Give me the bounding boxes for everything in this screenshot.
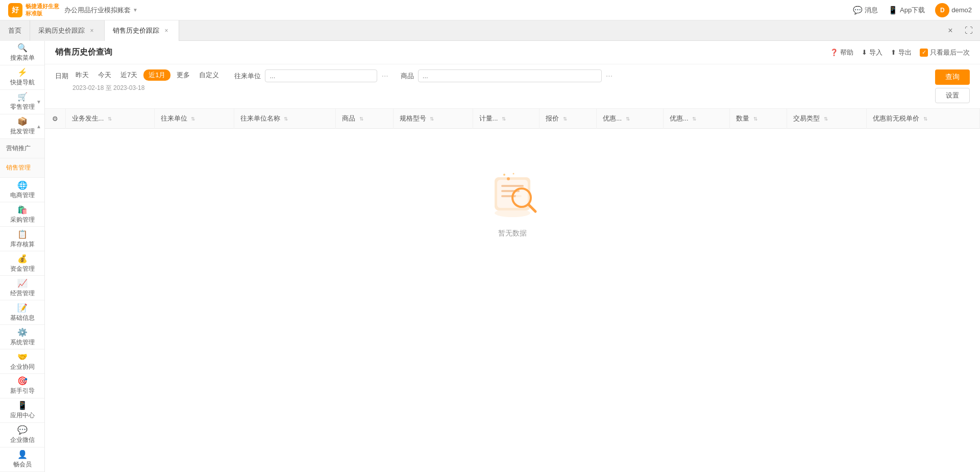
logo-text: 畅捷通好生意 标准版 <box>26 3 59 16</box>
goods-input[interactable] <box>418 69 602 82</box>
export-icon: ⬆ <box>891 49 896 56</box>
col-trade-type[interactable]: 交易类型 ⇅ <box>787 109 867 129</box>
sidebar: 🔍 搜索菜单 ⚡ 快捷导航 🛒 零售管理 ▼ 📦 批发管理 ▲ 营销推广 销售管… <box>0 41 45 472</box>
operations-icon: 📈 <box>17 278 28 288</box>
sidebar-item-retail[interactable]: 🛒 零售管理 ▼ <box>0 90 44 114</box>
sort-icon: ⇅ <box>923 116 927 122</box>
date-option-today[interactable]: 今天 <box>95 69 114 81</box>
page-container: 销售历史价查询 ❓ 帮助 ⬇ 导入 ⬆ 导出 ✓ <box>45 41 980 472</box>
date-option-yesterday[interactable]: 昨天 <box>72 69 92 81</box>
import-button[interactable]: ⬇ 导入 <box>862 48 883 57</box>
col-pre-tax-price[interactable]: 优惠前无税单价 ⇅ <box>867 109 980 129</box>
col-quote[interactable]: 报价 ⇅ <box>540 109 597 129</box>
goods-expand-icon[interactable]: ··· <box>606 72 612 81</box>
workspace-name: 办公用品行业模拟账套 <box>64 6 131 15</box>
settings-button[interactable]: 设置 <box>935 88 970 103</box>
sidebar-item-app-center[interactable]: 📱 应用中心 <box>0 398 44 423</box>
sidebar-item-ecommerce[interactable]: 🌐 电商管理 <box>0 178 44 202</box>
date-options: 昨天 今天 近7天 近1月 更多 自定义 <box>72 69 222 81</box>
col-quote-label: 报价 <box>546 114 559 122</box>
content-area: 销售历史价查询 ❓ 帮助 ⬇ 导入 ⬆ 导出 ✓ <box>45 41 980 472</box>
message-icon: 💬 <box>853 6 863 15</box>
help-icon: ❓ <box>830 49 838 56</box>
close-all-tabs-button[interactable]: × <box>943 23 958 38</box>
sidebar-item-wholesale[interactable]: 📦 批发管理 ▲ <box>0 114 44 139</box>
retail-icon: 🛒 <box>17 92 28 102</box>
col-spec-label: 规格型号 <box>400 114 426 122</box>
export-button[interactable]: ⬆ 导出 <box>891 48 912 57</box>
tab-purchase-history-label: 采购历史价跟踪 <box>38 26 85 35</box>
sidebar-item-search[interactable]: 🔍 搜索菜单 <box>0 41 44 65</box>
date-options-container: 昨天 今天 近7天 近1月 更多 自定义 2023-02-18 至 2023-0… <box>72 69 222 92</box>
date-option-7days[interactable]: 近7天 <box>117 69 140 81</box>
sidebar-item-guide[interactable]: 🎯 新手引导 <box>0 374 44 398</box>
sidebar-item-enterprise[interactable]: 🤝 企业协同 <box>0 349 44 374</box>
logo-icon: 好 <box>8 3 22 17</box>
col-pre-tax-price-label: 优惠前无税单价 <box>873 114 919 122</box>
sidebar-item-sales-mgmt[interactable]: 销售管理 <box>0 158 44 178</box>
col-discount1-label: 优惠... <box>603 114 622 122</box>
page-title: 销售历史价查询 <box>55 47 112 58</box>
sidebar-item-marketing[interactable]: 营销推广 <box>0 139 44 158</box>
tab-bar: 首页 采购历史价跟踪 × 销售历史价跟踪 × × ⛶ <box>0 20 980 41</box>
col-partner-name[interactable]: 往来单位名称 ⇅ <box>234 109 336 129</box>
page-header: 销售历史价查询 ❓ 帮助 ⬇ 导入 ⬆ 导出 ✓ <box>45 41 980 64</box>
col-spec[interactable]: 规格型号 ⇅ <box>393 109 473 129</box>
sidebar-item-wechat-label: 企业微信 <box>10 436 35 444</box>
col-trade-type-label: 交易类型 <box>793 114 820 122</box>
col-discount2[interactable]: 优惠... ⇅ <box>663 109 729 129</box>
sidebar-item-basic-info[interactable]: 📝 基础信息 <box>0 300 44 325</box>
partner-input[interactable] <box>265 69 377 82</box>
sidebar-item-retail-label: 零售管理 <box>10 103 35 111</box>
close-icon[interactable]: × <box>88 27 96 35</box>
tab-home[interactable]: 首页 <box>0 20 30 41</box>
only-last-checkbox[interactable]: ✓ <box>920 49 928 57</box>
partner-expand-icon[interactable]: ··· <box>381 72 388 81</box>
sidebar-item-system[interactable]: ⚙️ 系统管理 <box>0 325 44 349</box>
tab-purchase-history[interactable]: 采购历史价跟踪 × <box>30 20 105 41</box>
tab-sales-history[interactable]: 销售历史价跟踪 × <box>105 20 179 41</box>
svg-point-11 <box>513 173 514 175</box>
sidebar-item-finance[interactable]: 💰 资金管理 <box>0 251 44 276</box>
close-icon[interactable]: × <box>162 27 170 35</box>
sidebar-item-member[interactable]: 👤 畅会员 <box>0 447 44 472</box>
message-button[interactable]: 💬 消息 <box>853 6 878 15</box>
filter-buttons: 查询 设置 <box>935 69 970 103</box>
import-label: 导入 <box>869 48 883 57</box>
date-option-more[interactable]: 更多 <box>174 69 193 81</box>
sidebar-item-inventory[interactable]: 📋 库存核算 <box>0 227 44 251</box>
date-option-1month[interactable]: 近1月 <box>143 69 170 81</box>
empty-state: 暂无数据 <box>45 129 980 279</box>
user-menu-button[interactable]: D demo2 <box>935 3 972 17</box>
app-download-label: App下载 <box>900 6 925 15</box>
col-partner-name-label: 往来单位名称 <box>240 114 280 122</box>
chevron-up-icon: ▲ <box>36 124 41 129</box>
sidebar-item-purchase[interactable]: 🛍️ 采购管理 <box>0 202 44 227</box>
main-layout: 🔍 搜索菜单 ⚡ 快捷导航 🛒 零售管理 ▼ 📦 批发管理 ▲ 营销推广 销售管… <box>0 41 980 472</box>
tab-sales-history-label: 销售历史价跟踪 <box>113 26 159 35</box>
col-biz-date[interactable]: 业务发生... ⇅ <box>65 109 154 129</box>
col-discount1[interactable]: 优惠... ⇅ <box>597 109 663 129</box>
app-download-button[interactable]: 📱 App下载 <box>888 6 925 15</box>
sidebar-item-operations[interactable]: 📈 经营管理 <box>0 276 44 300</box>
svg-point-9 <box>507 177 510 180</box>
svg-point-7 <box>516 192 528 204</box>
gear-icon: ⚙ <box>52 115 58 123</box>
sidebar-item-guide-label: 新手引导 <box>10 387 35 395</box>
date-option-custom[interactable]: 自定义 <box>196 69 222 81</box>
col-qty[interactable]: 数量 ⇅ <box>730 109 787 129</box>
sidebar-item-shortcut[interactable]: ⚡ 快捷导航 <box>0 65 44 90</box>
sidebar-item-wechat[interactable]: 💬 企业微信 <box>0 423 44 447</box>
col-goods[interactable]: 商品 ⇅ <box>336 109 393 129</box>
col-unit[interactable]: 计量... ⇅ <box>473 109 539 129</box>
workspace-selector[interactable]: 办公用品行业模拟账套 ▼ <box>64 6 138 15</box>
col-settings[interactable]: ⚙ <box>45 109 65 129</box>
header-left: 好 畅捷通好生意 标准版 办公用品行业模拟账套 ▼ <box>8 3 138 17</box>
col-partner-code[interactable]: 往来单位 ⇅ <box>154 109 234 129</box>
query-button[interactable]: 查询 <box>935 69 970 85</box>
svg-point-10 <box>503 174 505 176</box>
ecommerce-icon: 🌐 <box>17 180 28 190</box>
help-button[interactable]: ❓ 帮助 <box>830 48 853 57</box>
fullscreen-button[interactable]: ⛶ <box>962 23 976 38</box>
sort-icon: ⇅ <box>824 116 828 122</box>
